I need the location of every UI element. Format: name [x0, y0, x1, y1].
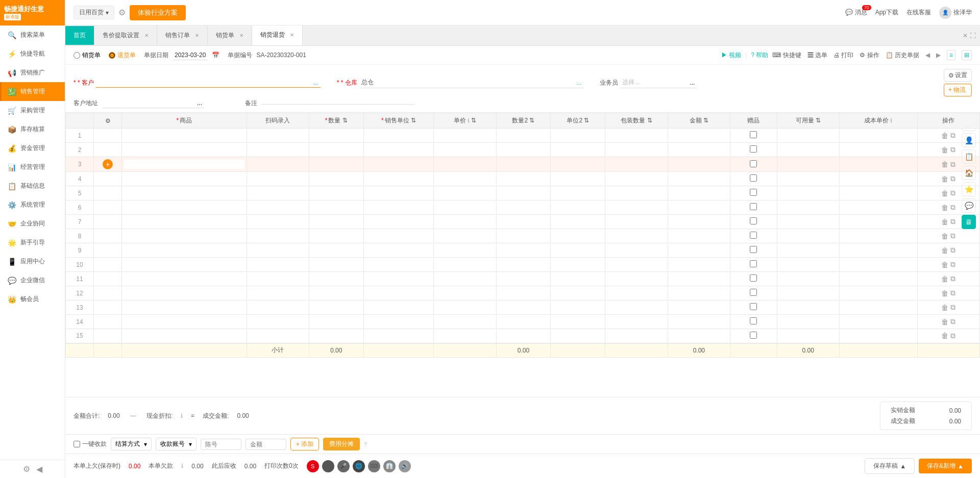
cell-unit2-5[interactable]: [551, 186, 605, 200]
cell-goods-13[interactable]: [122, 300, 247, 315]
address-ellipsis[interactable]: ...: [197, 99, 202, 107]
cell-unit-9[interactable]: [363, 243, 434, 258]
cell-price-3[interactable]: [434, 157, 496, 172]
add-row-btn[interactable]: +: [103, 159, 113, 169]
help-btn[interactable]: ? 帮助: [751, 51, 768, 60]
tab-sales-return-close[interactable]: ✕: [290, 32, 294, 38]
th-scan[interactable]: 扫码录入: [247, 113, 309, 129]
cell-qty2-8[interactable]: [496, 229, 551, 243]
one-click-label[interactable]: 一键收款: [74, 440, 107, 448]
cell-pkgqty-11[interactable]: [605, 272, 668, 286]
cell-qty-9[interactable]: [309, 243, 363, 258]
cell-qty-8[interactable]: [309, 229, 363, 243]
gift-checkbox-15[interactable]: [750, 332, 757, 339]
right-action-4[interactable]: 🏠: [962, 166, 976, 180]
customer-input[interactable]: ...: [96, 78, 321, 88]
view-list-btn[interactable]: ≡: [947, 50, 955, 60]
cell-goods-6[interactable]: [122, 200, 247, 215]
cell-unit-14[interactable]: [363, 315, 434, 329]
right-action-3[interactable]: 📋: [962, 149, 976, 164]
gift-checkbox-8[interactable]: [750, 232, 757, 239]
cell-unit2-12[interactable]: [551, 286, 605, 300]
tab-price-setting-close[interactable]: ✕: [144, 33, 149, 38]
cell-goods-15[interactable]: [122, 329, 247, 343]
cell-goods-9[interactable]: [122, 243, 247, 258]
cell-unit2-6[interactable]: [551, 200, 605, 215]
sidebar-item-newguide[interactable]: 🌟 新手引导: [0, 233, 65, 252]
fee-btn[interactable]: 费用分摊: [323, 438, 360, 450]
collapse-icon[interactable]: ◀: [36, 464, 42, 474]
cell-goods-3[interactable]: [122, 157, 247, 172]
add-payment-btn[interactable]: + 添加: [290, 438, 319, 450]
cell-pkgqty-4[interactable]: [605, 172, 668, 186]
delete-row-btn-15[interactable]: 🗑: [941, 332, 948, 340]
sidebar-item-system[interactable]: ⚙️ 系统管理: [0, 195, 65, 214]
bottom-icon-5[interactable]: ⌨: [368, 460, 380, 472]
video-btn[interactable]: ▶ 视频: [721, 51, 741, 60]
cell-unit-4[interactable]: [363, 172, 434, 186]
next-icon[interactable]: ▶: [936, 52, 941, 59]
delete-row-btn-6[interactable]: 🗑: [941, 204, 948, 212]
sidebar-item-inventory[interactable]: 📦 库存核算: [0, 120, 65, 139]
amount-input[interactable]: [246, 439, 286, 450]
topbar-gear-icon[interactable]: ⚙: [118, 8, 126, 17]
cell-gift-9[interactable]: [730, 243, 777, 258]
cell-pkgqty-8[interactable]: [605, 229, 668, 243]
cell-qty-10[interactable]: [309, 258, 363, 272]
cell-qty-15[interactable]: [309, 329, 363, 343]
settings-icon[interactable]: ⚙: [23, 464, 30, 474]
right-action-5[interactable]: ⭐: [962, 182, 976, 196]
cell-qty2-13[interactable]: [496, 300, 551, 315]
company-selector[interactable]: 日用百货 ▾: [74, 6, 114, 19]
cell-gift-4[interactable]: [730, 172, 777, 186]
cell-unit-1[interactable]: [363, 129, 434, 143]
sidebar-item-marketing[interactable]: 📢 营销推广: [0, 63, 65, 82]
gift-checkbox-13[interactable]: [750, 303, 757, 310]
cell-qty-2[interactable]: [309, 143, 363, 157]
copy-row-btn-15[interactable]: ⧉: [950, 332, 955, 340]
right-action-2[interactable]: 👤: [962, 133, 976, 147]
cell-pkgqty-3[interactable]: [605, 157, 668, 172]
shortcut-btn[interactable]: ⌨ 快捷键: [772, 51, 801, 60]
cell-goods-4[interactable]: [122, 172, 247, 186]
cell-unit2-1[interactable]: [551, 129, 605, 143]
cell-unit-7[interactable]: [363, 215, 434, 229]
history-btn[interactable]: 📋 历史单据: [886, 51, 919, 60]
cell-unit-6[interactable]: [363, 200, 434, 215]
cell-qty-5[interactable]: [309, 186, 363, 200]
gift-checkbox-5[interactable]: [750, 189, 757, 196]
cell-price-15[interactable]: [434, 329, 496, 343]
cell-gift-14[interactable]: [730, 315, 777, 329]
tab-sales-deliver[interactable]: 销货单 ✕: [208, 26, 252, 45]
sidebar-item-weixin[interactable]: 💬 企业微信: [0, 271, 65, 290]
remark-input[interactable]: [261, 102, 414, 105]
cell-price-11[interactable]: [434, 272, 496, 286]
cell-pkgqty-9[interactable]: [605, 243, 668, 258]
sidebar-item-search[interactable]: 🔍 搜索菜单: [0, 26, 65, 44]
online-service-btn[interactable]: 在线客服: [906, 8, 931, 17]
cell-unit-5[interactable]: [363, 186, 434, 200]
cell-qty-13[interactable]: [309, 300, 363, 315]
warehouse-ellipsis[interactable]: ...: [576, 79, 581, 86]
cell-price-9[interactable]: [434, 243, 496, 258]
gift-checkbox-9[interactable]: [750, 246, 757, 253]
account-number-input[interactable]: [201, 439, 241, 450]
copy-row-btn-3[interactable]: ⧉: [950, 160, 955, 169]
cell-unit2-3[interactable]: [551, 157, 605, 172]
cell-unit-3[interactable]: [363, 157, 434, 172]
bottom-icon-3[interactable]: 🎤: [337, 460, 350, 472]
cell-unit2-15[interactable]: [551, 329, 605, 343]
copy-row-btn-9[interactable]: ⧉: [950, 246, 955, 255]
radio-return[interactable]: 退货单: [109, 51, 136, 60]
cell-goods-7[interactable]: [122, 215, 247, 229]
gift-checkbox-1[interactable]: [750, 131, 757, 138]
cell-gift-11[interactable]: [730, 272, 777, 286]
one-click-checkbox[interactable]: [74, 441, 80, 447]
copy-row-btn-13[interactable]: ⧉: [950, 303, 955, 312]
cell-pkgqty-13[interactable]: [605, 300, 668, 315]
sidebar-item-operations[interactable]: 📊 经营管理: [0, 158, 65, 177]
gift-checkbox-3[interactable]: [750, 160, 757, 167]
cell-price-14[interactable]: [434, 315, 496, 329]
cell-unit-10[interactable]: [363, 258, 434, 272]
cell-qty2-12[interactable]: [496, 286, 551, 300]
